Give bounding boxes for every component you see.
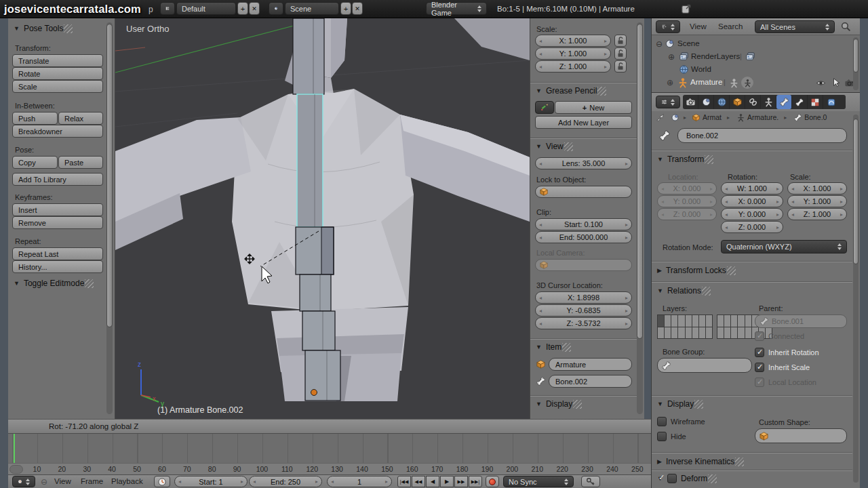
layer-cell[interactable] <box>706 327 712 339</box>
scene-selector[interactable]: Scene <box>285 2 339 15</box>
tab-render[interactable] <box>683 95 698 109</box>
timeline-editor-type-button[interactable] <box>12 476 35 487</box>
item-object-field[interactable]: Armature <box>549 358 632 371</box>
tab-material[interactable] <box>808 95 823 109</box>
add-to-library-button[interactable]: Add To Library <box>12 173 103 186</box>
clip-end-field[interactable]: End: 5000.000 <box>535 231 632 243</box>
outliner-scrollbar-thumb[interactable] <box>853 39 859 73</box>
current-frame-field[interactable]: 1 <box>327 476 392 487</box>
breadcrumb-object[interactable]: Armat <box>703 113 722 121</box>
layer-cell[interactable] <box>686 327 692 339</box>
display-panel-header[interactable]: ▼Display <box>536 399 572 409</box>
tab-object[interactable] <box>730 95 745 109</box>
insert-keyframe-button[interactable]: Insert <box>12 203 103 216</box>
scale-z-field[interactable]: Z: 1.000 <box>535 60 611 73</box>
play-button[interactable]: ▶ <box>440 476 454 487</box>
layer-cell[interactable] <box>724 327 730 339</box>
outliner-item-scene[interactable]: Scene <box>677 39 700 47</box>
renderlayers-expand-toggle[interactable]: ⊕ <box>668 52 675 62</box>
connected-checkbox[interactable] <box>755 331 764 341</box>
timeline-playback-menu[interactable]: Playback <box>111 477 143 485</box>
layer-cell[interactable] <box>717 327 724 339</box>
scene-ball-icon[interactable] <box>671 113 679 122</box>
scale-x-field[interactable]: X: 1.000 <box>787 182 847 195</box>
layout-selector-icon-button[interactable] <box>160 2 175 15</box>
layer-cell[interactable] <box>717 315 724 327</box>
rotate-button[interactable]: Rotate <box>12 67 103 80</box>
breadcrumb-armature[interactable]: Armature. <box>747 113 778 121</box>
grease-pencil-draw-button[interactable] <box>535 101 554 114</box>
screen-icon[interactable] <box>680 3 692 15</box>
local-camera-field[interactable] <box>535 259 632 271</box>
custom-shape-field[interactable] <box>755 428 847 443</box>
layer-cell[interactable] <box>699 327 705 339</box>
selected-bone[interactable] <box>297 94 323 227</box>
history-button[interactable]: History... <box>12 260 103 273</box>
rotation-x-field[interactable]: X: 0.000 <box>721 195 783 207</box>
scale-y-lock-button[interactable] <box>614 47 627 60</box>
prev-keyframe-button[interactable]: ◀◀ <box>412 476 425 487</box>
keying-set-button[interactable] <box>581 476 600 487</box>
layer-cell[interactable] <box>731 327 737 339</box>
grease-pencil-panel-header[interactable]: ▼Grease Pencil <box>536 86 597 96</box>
jump-to-end-button[interactable]: ▶▶| <box>469 476 482 487</box>
renderlayer-data-icon[interactable] <box>745 52 755 62</box>
bone-group-field[interactable] <box>657 358 752 373</box>
play-reverse-button[interactable]: ◀ <box>426 476 439 487</box>
timeline-graph[interactable] <box>8 434 651 463</box>
push-button[interactable]: Push <box>12 112 58 125</box>
layer-cell[interactable] <box>665 327 671 339</box>
layer-cell[interactable] <box>686 315 692 327</box>
scale-y-field[interactable]: Y: 1.000 <box>787 195 847 207</box>
tab-constraints[interactable] <box>745 95 761 109</box>
layout-add-button[interactable]: + <box>237 2 248 15</box>
relations-panel-header[interactable]: ▼Relations <box>657 286 701 296</box>
lock-to-object-field[interactable] <box>535 186 632 198</box>
layer-cell[interactable] <box>706 315 712 327</box>
outliner-view-menu[interactable]: View <box>690 22 707 30</box>
n-panel-scrollbar-thumb[interactable] <box>637 24 643 339</box>
layer-cell[interactable] <box>671 327 677 339</box>
outliner-item-world[interactable]: World <box>691 65 711 73</box>
object-cube-icon[interactable] <box>692 113 701 122</box>
layer-cell[interactable] <box>692 327 698 339</box>
location-y-field[interactable]: Y: 0.000 <box>657 195 717 207</box>
scene-add-button[interactable]: + <box>340 2 351 15</box>
timeline-ruler[interactable]: 1020304050607080901001101201301401501601… <box>8 463 651 474</box>
cursor-x-field[interactable]: X: 1.8998 <box>535 291 632 304</box>
engine-selector[interactable]: Blender Game <box>426 2 487 15</box>
scale-x-lock-button[interactable] <box>614 35 627 47</box>
pin-icon[interactable] <box>656 113 665 122</box>
location-x-field[interactable]: X: 0.000 <box>657 182 717 195</box>
parent-field[interactable]: Bone.001 <box>755 314 847 328</box>
search-icon[interactable] <box>840 21 852 33</box>
selectability-cursor-icon[interactable] <box>831 78 841 87</box>
layer-cell[interactable] <box>671 315 677 327</box>
collapse-menus-icon[interactable]: ⊖ <box>41 477 47 487</box>
timeline-view-menu[interactable]: View <box>54 477 71 485</box>
location-z-field[interactable]: Z: 0.000 <box>657 208 717 220</box>
armature-data-badge[interactable] <box>741 77 753 89</box>
tool-shelf-scrollbar-thumb[interactable] <box>106 24 113 327</box>
layer-cell[interactable] <box>665 315 671 327</box>
layer-cell[interactable] <box>692 315 698 327</box>
bone-name-field[interactable]: Bone.002 <box>677 128 847 143</box>
time-toggle-button[interactable] <box>154 476 170 487</box>
copy-button[interactable]: Copy <box>12 156 58 169</box>
layout-close-button[interactable]: ✕ <box>249 2 260 15</box>
tab-world[interactable] <box>714 95 730 109</box>
scale-z-lock-button[interactable] <box>614 60 627 73</box>
properties-editor-type-button[interactable] <box>656 96 680 108</box>
layer-cell[interactable] <box>658 315 664 327</box>
item-panel-header[interactable]: ▼Item <box>536 342 561 352</box>
scale-y-field[interactable]: Y: 1.000 <box>535 47 611 60</box>
layer-cell[interactable] <box>731 315 737 327</box>
paste-button[interactable]: Paste <box>58 156 103 169</box>
scale-x-field[interactable]: X: 1.000 <box>535 35 611 47</box>
current-frame-marker[interactable] <box>14 434 15 463</box>
outliner-item-renderlayers[interactable]: RenderLayers <box>691 52 740 60</box>
display-panel-header[interactable]: ▼Display <box>657 399 694 409</box>
translate-button[interactable]: Translate <box>12 54 103 67</box>
scenes-filter-dropdown[interactable]: All Scenes <box>755 20 835 33</box>
tab-render-layers[interactable] <box>698 95 714 109</box>
